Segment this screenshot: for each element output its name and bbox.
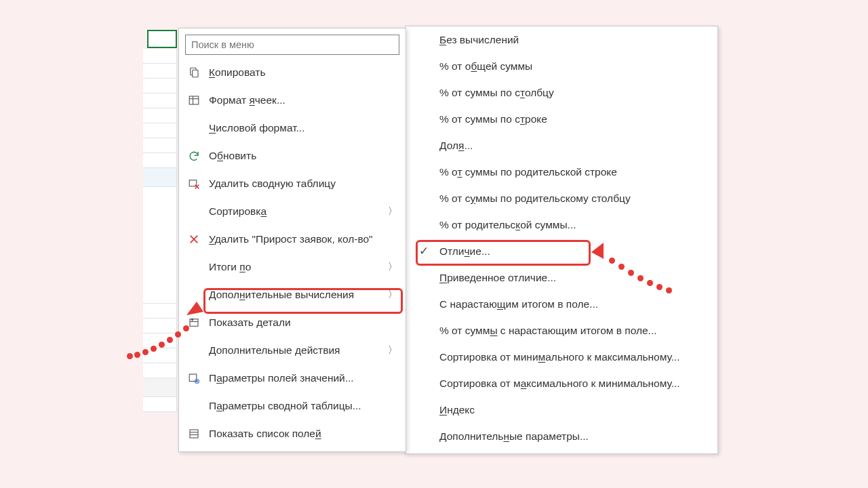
cell-row[interactable]: [143, 108, 177, 123]
menu-label: Дополнительные действия: [209, 344, 388, 357]
chevron-right-icon: 〉: [388, 289, 397, 301]
menu-label: Формат ячеек...: [209, 94, 399, 106]
menu-item-value-field-settings[interactable]: Параметры полей значений... Параметры по…: [179, 364, 406, 392]
menu-label: Числовой формат...: [209, 122, 399, 134]
format-cells-icon: [179, 94, 209, 106]
menu-label: Удалить "Прирост заявок, кол-во": [209, 233, 399, 245]
sub-label: Сортировка от максимального к минимально…: [439, 378, 680, 390]
sub-label: % от суммы по родительскому столбцу: [439, 192, 631, 205]
menu-label: Сортировка: [209, 205, 388, 218]
sub-label: С нарастающим итогом в поле...: [439, 298, 598, 310]
calculations-submenu: Без вычисленийБез вычислений % от общей …: [405, 26, 718, 454]
cell-row[interactable]: [143, 94, 177, 108]
menu-item-delete-pivot-table[interactable]: Удалить сводную таблицу: [179, 169, 406, 197]
sub-item-share[interactable]: Доля...Доля...: [406, 132, 717, 159]
sub-item-pct-row-total[interactable]: % от суммы по строке% от суммы по строке: [406, 106, 717, 132]
sub-item-pct-parent-column[interactable]: % от суммы по родительскому столбцу% от …: [406, 185, 717, 211]
cell-row[interactable]: [143, 378, 177, 397]
sub-label: % от суммы с нарастающим итогом в поле..…: [439, 325, 657, 337]
sub-item-running-total[interactable]: С нарастающим итогом в поле...С нарастаю…: [406, 291, 717, 317]
refresh-icon: [179, 150, 209, 162]
menu-search-wrap: [179, 28, 406, 58]
cell-row[interactable]: [143, 333, 177, 348]
sub-label: Дополнительные параметры...: [439, 430, 589, 443]
cell-row[interactable]: [143, 64, 177, 79]
sub-item-pct-parent-row[interactable]: % от суммы по родительской строке% от су…: [406, 159, 717, 185]
sub-item-normalized-diff[interactable]: Приведенное отличие...Приведенное отличи…: [406, 264, 717, 291]
sub-label: Доля...: [439, 140, 473, 152]
sub-label: Без вычислений: [439, 34, 519, 46]
sub-item-pct-running-total[interactable]: % от суммы с нарастающим итогом в поле..…: [406, 317, 717, 344]
selected-cell[interactable]: [147, 30, 177, 48]
menu-item-delete-field[interactable]: Удалить "Прирост заявок, кол-во" Удалить…: [179, 225, 406, 253]
svg-rect-2: [189, 96, 199, 104]
delete-x-icon: [179, 234, 209, 245]
svg-rect-16: [190, 430, 198, 438]
cell-row[interactable]: [143, 289, 177, 304]
sub-label: % от родительской суммы...: [439, 219, 576, 231]
cell-row[interactable]: [143, 168, 177, 187]
sub-item-pct-parent-total[interactable]: % от родительской суммы...% от родительс…: [406, 211, 717, 238]
svg-text:+: +: [191, 318, 193, 321]
field-list-icon: [179, 428, 209, 440]
menu-label: Показать список полей: [209, 428, 399, 440]
sub-label: % от суммы по строке: [439, 113, 547, 125]
menu-item-show-details[interactable]: + Показать детали: [179, 308, 406, 336]
cell-row[interactable]: [143, 79, 177, 94]
cell-row[interactable]: [143, 304, 177, 319]
sub-item-additional-params[interactable]: Дополнительные параметры...Дополнительны…: [406, 423, 717, 449]
menu-item-pivot-table-options[interactable]: Параметры сводной таблицы... Параметры с…: [179, 392, 406, 420]
check-icon: ✓: [419, 244, 429, 258]
cell-row[interactable]: [143, 138, 177, 153]
cell-row[interactable]: [143, 348, 177, 363]
svg-rect-1: [193, 70, 198, 77]
menu-item-number-format[interactable]: Числовой формат... Числовой формат...: [179, 114, 406, 142]
sub-label: Отличие...: [439, 245, 490, 258]
menu-search-input[interactable]: [185, 35, 399, 55]
cell-row[interactable]: [143, 363, 177, 378]
menu-item-sorting[interactable]: Сортировка Сортировка 〉: [179, 197, 406, 225]
show-details-icon: +: [179, 317, 209, 329]
sub-item-sort-min-max[interactable]: Сортировка от минимального к максимально…: [406, 344, 717, 370]
cell-row[interactable]: [143, 153, 177, 168]
sub-item-index[interactable]: ИндексИндекс: [406, 396, 717, 423]
sub-item-sort-max-min[interactable]: Сортировка от максимального к минимально…: [406, 370, 717, 396]
chevron-right-icon: 〉: [388, 205, 397, 218]
spreadsheet-sliver: [143, 30, 177, 412]
svg-point-15: [197, 380, 198, 382]
sub-label: Индекс: [439, 404, 475, 416]
menu-label: Параметры полей значений...: [209, 372, 399, 384]
cell-row[interactable]: [143, 319, 177, 333]
chevron-right-icon: 〉: [388, 344, 397, 357]
sub-label: Приведенное отличие...: [439, 272, 556, 284]
menu-item-format-cells[interactable]: Формат ячеек... Формат ячеек...: [179, 86, 406, 114]
menu-label: Итоги по: [209, 261, 388, 273]
context-menu: ККопироватьопировать Формат ячеек... Фор…: [178, 28, 406, 452]
chevron-right-icon: 〉: [388, 261, 397, 273]
sub-label: Сортировка от минимального к максимально…: [439, 351, 680, 363]
delete-table-icon: [179, 178, 209, 190]
sub-label: % от общей суммы: [439, 60, 532, 73]
sub-item-pct-column-total[interactable]: % от суммы по столбцу% от суммы по столб…: [406, 79, 717, 106]
cell-row[interactable]: [143, 49, 177, 64]
menu-label: Показать детали: [209, 317, 399, 329]
cell-row[interactable]: [143, 123, 177, 138]
menu-label: Параметры сводной таблицы...: [209, 400, 399, 412]
menu-item-totals-by[interactable]: Итоги по Итоги по 〉: [179, 253, 406, 281]
menu-item-additional-actions[interactable]: Дополнительные действия Дополнительные д…: [179, 336, 406, 364]
menu-label: Удалить сводную таблицу: [209, 178, 399, 190]
menu-label: Дополнительные вычисления: [209, 289, 388, 301]
cell-gap: [143, 187, 177, 289]
menu-item-additional-calculations[interactable]: Дополнительные вычисления Дополнительные…: [179, 281, 406, 308]
copy-icon: [179, 66, 209, 79]
sub-item-pct-grand-total[interactable]: % от общей суммы% от общей суммы: [406, 53, 717, 79]
menu-item-copy[interactable]: ККопироватьопировать: [179, 58, 406, 86]
sub-item-no-calc[interactable]: Без вычисленийБез вычислений: [406, 26, 717, 53]
field-settings-icon: [179, 372, 209, 384]
sub-label: % от суммы по родительской строке: [439, 166, 617, 178]
cell-row[interactable]: [143, 397, 177, 412]
menu-item-refresh[interactable]: Обновить Обновить: [179, 142, 406, 169]
menu-label: Обновить: [209, 150, 399, 162]
menu-item-show-field-list[interactable]: Показать список полей Показать список по…: [179, 420, 406, 447]
sub-item-difference[interactable]: ✓ Отличие...Отличие...: [406, 238, 717, 264]
